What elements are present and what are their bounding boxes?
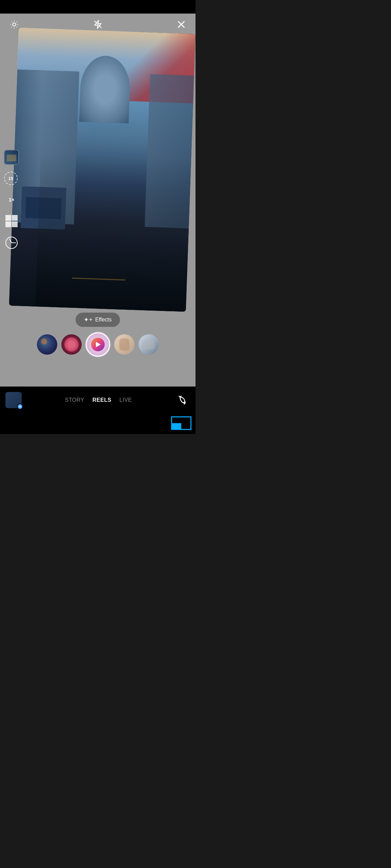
clock-icon bbox=[5, 237, 18, 249]
nav-tabs: STORY REELS LIVE bbox=[22, 397, 175, 403]
thumbnail-cat[interactable] bbox=[139, 334, 159, 355]
timer-value: 15 bbox=[8, 176, 13, 181]
thumbnails-row bbox=[0, 330, 196, 361]
building-dome bbox=[67, 43, 142, 157]
svg-point-0 bbox=[13, 23, 16, 26]
left-controls: 15 1× bbox=[0, 146, 23, 254]
sparkle-icon: ✦+ bbox=[84, 316, 92, 323]
record-button[interactable] bbox=[86, 332, 110, 357]
top-status-bar bbox=[0, 0, 196, 14]
thumbnail-galaxy[interactable] bbox=[37, 334, 57, 355]
close-button[interactable] bbox=[175, 18, 187, 31]
camera-preview bbox=[9, 28, 196, 312]
illustration-background bbox=[9, 28, 196, 312]
tab-story[interactable]: STORY bbox=[65, 397, 84, 403]
layout-grid-icon bbox=[5, 215, 18, 227]
zoom-button[interactable]: 1× bbox=[4, 192, 19, 207]
thumbnail-flowers[interactable] bbox=[61, 334, 82, 355]
play-triangle-icon bbox=[96, 342, 101, 347]
bottom-navigation: + STORY REELS LIVE bbox=[0, 387, 196, 414]
figure-area bbox=[36, 154, 191, 312]
tab-live[interactable]: LIVE bbox=[120, 397, 132, 403]
add-to-gallery-icon: + bbox=[17, 403, 23, 410]
header-controls bbox=[0, 14, 196, 35]
layout-button[interactable] bbox=[4, 214, 19, 229]
gallery-thumbnail-button[interactable] bbox=[4, 150, 19, 165]
flash-off-icon bbox=[93, 20, 103, 29]
zoom-value: 1× bbox=[8, 197, 14, 202]
effects-label: Effects bbox=[95, 317, 112, 323]
flash-button[interactable] bbox=[92, 18, 104, 31]
plus-label: + bbox=[19, 404, 21, 409]
gallery-thumb-image bbox=[5, 151, 18, 164]
watermark-logo bbox=[171, 416, 191, 430]
settings-button[interactable] bbox=[8, 18, 20, 31]
effects-button[interactable]: ✦+ Effects bbox=[76, 313, 120, 327]
close-icon bbox=[177, 20, 186, 29]
flip-camera-button[interactable] bbox=[175, 393, 190, 408]
effects-section: ✦+ Effects bbox=[0, 309, 196, 330]
illustration bbox=[9, 28, 196, 312]
reels-icon bbox=[91, 338, 105, 351]
thumbnail-hands[interactable] bbox=[114, 334, 135, 355]
gear-icon bbox=[9, 20, 19, 29]
bottom-bar bbox=[0, 414, 196, 434]
countdown-button[interactable] bbox=[4, 235, 19, 250]
camera-view: 15 1× ✦+ Effects bbox=[0, 14, 196, 387]
nav-gallery-button[interactable]: + bbox=[5, 392, 22, 408]
watermark bbox=[171, 416, 191, 430]
timer-duration-button[interactable]: 15 bbox=[4, 172, 18, 185]
tab-reels[interactable]: REELS bbox=[92, 397, 111, 403]
flip-camera-icon bbox=[178, 395, 188, 405]
